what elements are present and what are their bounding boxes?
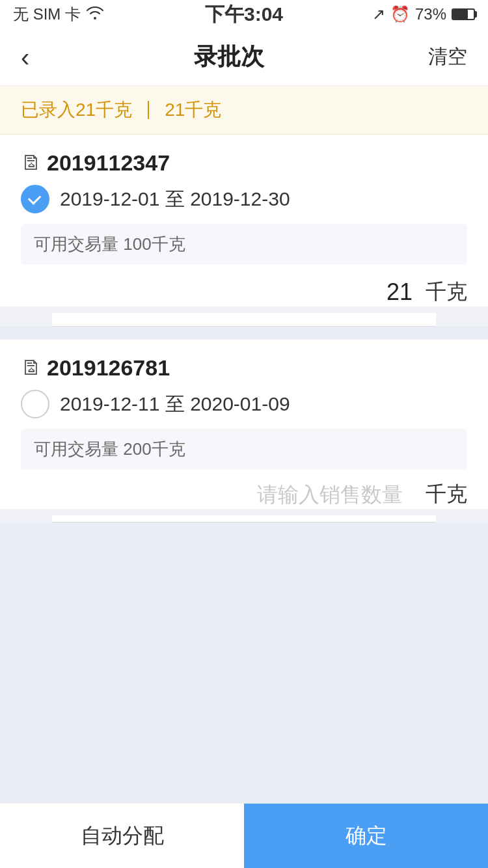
content-area: 🖺 2019112347 2019-12-01 至 2019-12-30 可用交…: [0, 135, 488, 868]
batch2-card: 🖺 2019126781 2019-12-11 至 2020-01-09 可用交…: [0, 340, 488, 470]
bottom-bar: 自动分配 确定: [0, 803, 488, 868]
batch2-input-divider: [52, 515, 436, 522]
quantity-input[interactable]: [217, 483, 413, 507]
batch1-date: 2019-12-01 至 2019-12-30: [60, 186, 290, 213]
batch1-quantity-row: 21 千克: [0, 265, 488, 306]
card-separator: [0, 327, 488, 340]
batch1-radio[interactable]: [21, 185, 49, 213]
batch1-available: 可用交易量 100千克: [21, 224, 467, 265]
info-banner: 已录入21千克 21千克: [0, 86, 488, 135]
batch2-available: 可用交易量 200千克: [21, 429, 467, 470]
batch2-date: 2019-12-11 至 2020-01-09: [60, 391, 290, 418]
status-time: 下午3:04: [205, 1, 283, 28]
batch1-quantity-value: 21: [386, 278, 413, 306]
batch1-quantity-unit: 千克: [426, 278, 467, 306]
wifi-icon: [86, 5, 104, 23]
batch2-number: 2019126781: [47, 355, 170, 381]
confirm-button[interactable]: 确定: [244, 804, 488, 868]
auto-distribute-button[interactable]: 自动分配: [0, 804, 244, 868]
clear-button[interactable]: 清空: [428, 44, 467, 70]
batch2-icon: 🖺: [21, 357, 40, 379]
status-bar: 无 SIM 卡 下午3:04 ↗ ⏰ 73%: [0, 0, 488, 29]
batch1-header: 🖺 2019112347: [21, 150, 467, 176]
banner-divider: [148, 101, 149, 119]
battery-icon: [452, 8, 475, 20]
batch2-input-row: 千克: [0, 470, 488, 509]
recorded-label: 已录入21千克: [21, 98, 132, 122]
batch1-icon: 🖺: [21, 152, 40, 174]
empty-area: [0, 522, 488, 822]
batch1-card: 🖺 2019112347 2019-12-01 至 2019-12-30 可用交…: [0, 135, 488, 265]
status-left: 无 SIM 卡: [13, 4, 104, 25]
batch2-header: 🖺 2019126781: [21, 355, 467, 381]
batch2-radio[interactable]: [21, 390, 49, 418]
status-right: ↗ ⏰ 73%: [372, 5, 475, 23]
back-button[interactable]: ‹: [21, 44, 29, 70]
carrier-text: 无 SIM 卡: [13, 4, 81, 25]
batch2-unit: 千克: [426, 480, 467, 509]
batch1-date-row: 2019-12-01 至 2019-12-30: [21, 185, 467, 213]
alarm-icon: ⏰: [390, 5, 410, 23]
battery-text: 73%: [415, 5, 446, 23]
recorded-value: 21千克: [165, 98, 221, 122]
nav-bar: ‹ 录批次 清空: [0, 29, 488, 86]
page-title: 录批次: [194, 41, 264, 73]
location-icon: ↗: [372, 5, 385, 23]
batch1-number: 2019112347: [47, 150, 170, 176]
batch1-quantity-divider: [52, 313, 436, 327]
batch2-date-row: 2019-12-11 至 2020-01-09: [21, 390, 467, 418]
